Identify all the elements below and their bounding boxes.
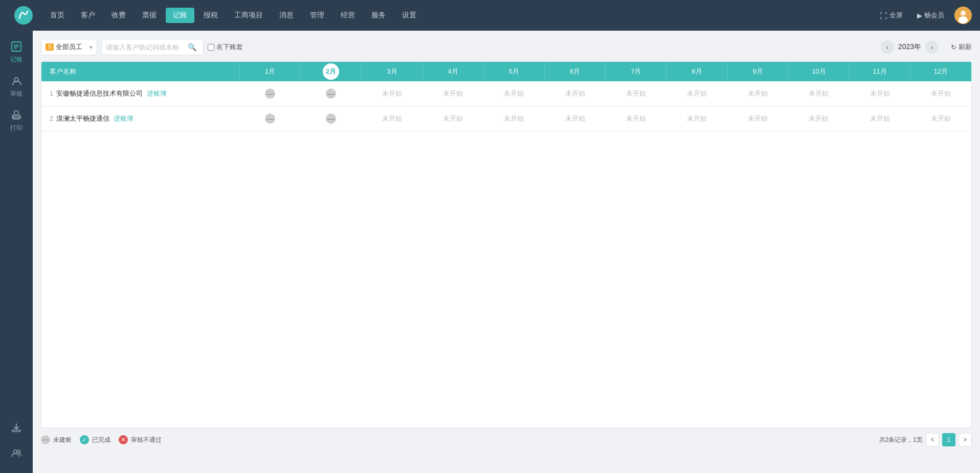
sidebar-item-audit[interactable]: 审核: [0, 69, 33, 103]
sidebar-label-print: 打印: [10, 124, 23, 132]
refresh-button[interactable]: ↻ 刷新: [951, 42, 972, 52]
month-cell: —: [301, 81, 362, 106]
employee-select-text: 全部员工: [56, 42, 87, 52]
nav-tax[interactable]: 报税: [196, 8, 225, 23]
pagination: 共2条记录，1页 < 1 >: [879, 433, 972, 446]
table-row: 2漠澜太平畅捷通信进账簿——未开始未开始未开始未开始未开始未开始未开始未开始未开…: [41, 106, 971, 131]
feb-circle: 2月: [323, 63, 339, 80]
sidebar-label-audit: 审核: [10, 89, 23, 98]
sidebar: 记账 审核 打印: [0, 31, 33, 473]
my-accounts-label: 名下账套: [216, 42, 243, 52]
month-cell: —: [239, 106, 300, 131]
sidebar-item-download[interactable]: [0, 416, 33, 439]
employee-select[interactable]: 员 全部员工 ▾: [41, 39, 97, 55]
enter-link[interactable]: 进账簿: [114, 115, 133, 122]
sidebar-item-print[interactable]: 打印: [0, 103, 33, 138]
fullscreen-button[interactable]: ⛶ 全屏: [876, 9, 907, 22]
my-accounts-checkbox[interactable]: [208, 44, 214, 51]
th-may: 5月: [483, 62, 544, 81]
th-apr: 4月: [422, 62, 483, 81]
nav-home[interactable]: 首页: [43, 8, 72, 23]
nav-invoice[interactable]: 票据: [135, 8, 164, 23]
sidebar-label-accounting: 记账: [10, 55, 23, 64]
table-row: 1安徽畅捷通信息技术有限公司进账簿——未开始未开始未开始未开始未开始未开始未开始…: [41, 81, 971, 106]
status-dash-icon: —: [265, 88, 275, 99]
search-input-wrap: 🔍: [101, 39, 204, 55]
footer: — 未建账 ✓ 已完成 ✕ 审核不通过 共2条记录，1页 < 1 >: [41, 428, 972, 448]
nav-message[interactable]: 消息: [272, 8, 301, 23]
avatar[interactable]: [954, 7, 972, 24]
svg-rect-12: [14, 111, 18, 115]
th-dec: 12月: [910, 62, 971, 81]
sidebar-bottom: [0, 416, 33, 465]
not-started-text: 未开始: [382, 115, 402, 122]
svg-point-14: [14, 450, 17, 454]
vip-button[interactable]: ▶ 畅会员: [913, 9, 948, 22]
nav-operation[interactable]: 经营: [333, 8, 362, 23]
not-started-text: 未开始: [748, 115, 768, 122]
employee-select-icon: 员: [46, 43, 54, 51]
nav-manage[interactable]: 管理: [303, 8, 331, 23]
status-dash-icon: —: [326, 114, 336, 124]
nav-accounting[interactable]: 记账: [166, 8, 194, 23]
nav-customer[interactable]: 客户: [74, 8, 102, 23]
not-started-text: 未开始: [504, 115, 524, 122]
top-nav-right: ⛶ 全屏 ▶ 畅会员: [876, 7, 972, 24]
customer-name: 安徽畅捷通信息技术有限公司: [56, 89, 143, 97]
month-cell: 未开始: [666, 106, 727, 131]
vip-icon: ▶: [917, 12, 922, 19]
not-started-text: 未开始: [382, 89, 402, 97]
not-started-text: 未开始: [870, 89, 890, 97]
search-icon[interactable]: 🔍: [188, 43, 196, 51]
not-started-text: 未开始: [870, 115, 890, 122]
th-jan: 1月: [239, 62, 300, 81]
users-icon: [10, 446, 23, 460]
th-jul: 7月: [606, 62, 666, 81]
sidebar-item-accounting[interactable]: 记账: [0, 35, 33, 69]
status-dash-icon: —: [265, 114, 275, 124]
not-started-text: 未开始: [443, 89, 463, 97]
sidebar-item-users[interactable]: [0, 441, 33, 465]
refresh-label: 刷新: [959, 42, 972, 52]
month-cell: 未开始: [727, 81, 788, 106]
not-started-text: 未开始: [443, 115, 463, 122]
fullscreen-label: 全屏: [889, 11, 903, 20]
completed-label: 已完成: [92, 436, 110, 444]
year-prev-button[interactable]: ‹: [881, 40, 894, 54]
logo: [8, 6, 39, 25]
accounting-table: 客户名称 1月 2月 3月 4月 5月 6月 7月 8月 9月 10月 11月 …: [41, 62, 971, 131]
month-cell: —: [301, 106, 362, 131]
svg-point-4: [962, 12, 963, 13]
month-cell: 未开始: [666, 81, 727, 106]
month-cell: 未开始: [606, 106, 666, 131]
nav-fee[interactable]: 收费: [104, 8, 133, 23]
pagination-page-1[interactable]: 1: [942, 433, 955, 446]
search-input[interactable]: [106, 43, 188, 51]
month-cell: 未开始: [544, 106, 605, 131]
th-oct: 10月: [788, 62, 849, 81]
year-next-button[interactable]: ›: [925, 40, 939, 54]
not-built-label: 未建账: [53, 436, 72, 444]
nav-service[interactable]: 服务: [364, 8, 393, 23]
month-cell: 未开始: [544, 81, 605, 106]
nav-business[interactable]: 工商项目: [227, 8, 270, 23]
pagination-next[interactable]: >: [959, 433, 972, 446]
th-customer: 客户名称: [41, 62, 239, 81]
table-header-row: 客户名称 1月 2月 3月 4月 5月 6月 7月 8月 9月 10月 11月 …: [41, 62, 971, 81]
pagination-prev[interactable]: <: [926, 433, 939, 446]
month-cell: 未开始: [362, 106, 422, 131]
not-started-text: 未开始: [565, 89, 585, 97]
not-started-text: 未开始: [931, 115, 951, 122]
month-cell: 未开始: [422, 81, 483, 106]
enter-link[interactable]: 进账簿: [147, 89, 167, 97]
not-started-text: 未开始: [626, 115, 646, 122]
customer-num: 2: [50, 115, 53, 122]
not-started-text: 未开始: [687, 115, 707, 122]
my-accounts-checkbox-wrap[interactable]: 名下账套: [208, 42, 243, 52]
rejected-label: 审核不通过: [131, 436, 162, 444]
customer-num: 1: [50, 89, 53, 97]
not-started-text: 未开始: [504, 89, 524, 97]
nav-settings[interactable]: 设置: [395, 8, 424, 23]
month-cell: 未开始: [483, 106, 544, 131]
year-text: 2023年: [898, 42, 921, 52]
